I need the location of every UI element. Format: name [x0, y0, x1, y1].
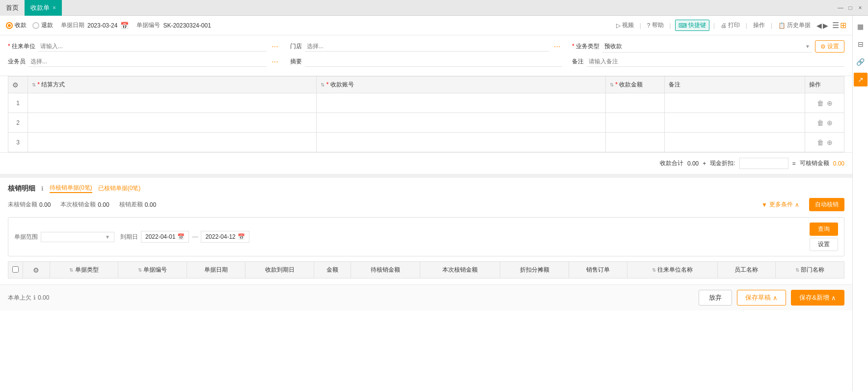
- table-header-row: ⚙ ⇅ * 结算方式 ⇅ * 收款账号 ⇅ * 收款: [8, 77, 844, 93]
- discount-input[interactable]: [739, 158, 788, 169]
- date-to-input[interactable]: 2022-04-12 📅: [201, 231, 249, 243]
- calendar-icon[interactable]: 📅: [120, 22, 129, 29]
- unchecked-label: 未核销金额: [8, 200, 37, 209]
- shortcut-button[interactable]: ⌨ 快捷键: [675, 20, 709, 31]
- print-button[interactable]: 🖨 打印: [719, 20, 742, 30]
- row3-account[interactable]: [317, 133, 605, 152]
- writeoff-header: 核销明细 ℹ 待核销单据(0笔) 已核销单据(0笔): [8, 184, 844, 193]
- row1-copy-icon[interactable]: ⊕: [827, 99, 833, 107]
- date-from-input[interactable]: 2022-04-01 📅: [141, 231, 189, 243]
- row2-delete-icon[interactable]: 🗑: [817, 119, 824, 127]
- shop-more-icon[interactable]: ···: [552, 42, 562, 51]
- date-label: 单据日期: [61, 21, 84, 29]
- staff-more-icon[interactable]: ···: [270, 57, 280, 66]
- settlement-sort-icon[interactable]: ⇅: [32, 82, 36, 87]
- history-button[interactable]: 📋 历史单据: [776, 20, 813, 30]
- radio-tuikuan[interactable]: 退款: [32, 21, 53, 29]
- video-button[interactable]: ▷ 视频: [614, 20, 636, 30]
- tab-done[interactable]: 已核销单据(0笔): [98, 184, 141, 193]
- row2-settlement[interactable]: [28, 113, 317, 133]
- save-draft-button[interactable]: 保存草稿 ∧: [737, 290, 786, 306]
- row1-settlement[interactable]: [28, 93, 317, 113]
- radio-shoukuan[interactable]: 收款: [6, 21, 27, 29]
- this-time-value: 0.00: [98, 201, 109, 208]
- tab-shoukuan[interactable]: 收款单 ×: [25, 0, 62, 16]
- calendar-from-icon[interactable]: 📅: [177, 233, 185, 240]
- col-due-header: 收款到期日: [245, 262, 314, 279]
- row3-amount[interactable]: [605, 133, 664, 152]
- table-row: 1 🗑 ⊕: [8, 93, 844, 113]
- sidebar-table-icon[interactable]: ▦: [854, 20, 868, 33]
- account-sort-icon[interactable]: ⇅: [321, 82, 325, 87]
- number-value: SK-20230324-001: [163, 22, 211, 29]
- row2-account[interactable]: [317, 113, 605, 133]
- table-gear-icon[interactable]: ⚙: [12, 81, 19, 89]
- tab-home[interactable]: 首页: [0, 0, 25, 16]
- amount-sort-icon[interactable]: ⇅: [610, 82, 614, 87]
- row1-amount[interactable]: [605, 93, 664, 113]
- col-amount-header: ⇅ * 收款金额: [605, 77, 664, 93]
- bottom-table-gear-icon[interactable]: ⚙: [33, 266, 39, 274]
- radio-shoukuan-label: 收款: [15, 21, 27, 29]
- row3-settlement[interactable]: [28, 133, 317, 152]
- partner-input[interactable]: [38, 41, 267, 52]
- sidebar-link-icon[interactable]: 🔗: [854, 55, 868, 69]
- row2-amount[interactable]: [605, 113, 664, 133]
- abandon-button[interactable]: 放弃: [699, 290, 732, 306]
- summary-input[interactable]: [305, 56, 563, 67]
- home-tab-label: 首页: [6, 4, 19, 11]
- col-pending-header: 待核销金额: [351, 262, 420, 279]
- minimize-button[interactable]: —: [837, 4, 844, 12]
- more-conditions-button[interactable]: ▼ 更多条件 ∧: [761, 200, 799, 209]
- row-num-1: 1: [8, 93, 28, 113]
- col-account-header: ⇅ * 收款账号: [317, 77, 605, 93]
- tab-close-icon[interactable]: ×: [53, 0, 56, 16]
- row2-note[interactable]: [664, 113, 805, 133]
- shop-label: 门店: [290, 42, 302, 51]
- partner-more-icon[interactable]: ···: [270, 42, 280, 51]
- row2-copy-icon[interactable]: ⊕: [827, 119, 833, 127]
- nav-prev-icon[interactable]: ◀: [816, 22, 822, 29]
- calendar-to-icon[interactable]: 📅: [238, 233, 245, 240]
- grid-view-icon[interactable]: ⊞: [840, 21, 846, 30]
- close-button[interactable]: ×: [856, 4, 864, 12]
- total-label: 收款合计: [660, 159, 683, 168]
- form-row-2: 业务员 ··· 摘要 备注: [8, 56, 844, 67]
- auto-writeoff-button[interactable]: 自动核销: [809, 198, 844, 211]
- nav-next-icon[interactable]: ▶: [823, 22, 828, 29]
- footer: 本单上欠 ℹ 0.00 放弃 保存草稿 ∧ 保存&新增 ∧: [0, 284, 852, 310]
- plus-sign: +: [703, 160, 706, 167]
- row1-note[interactable]: [664, 93, 805, 113]
- shop-input[interactable]: [305, 41, 549, 52]
- row3-copy-icon[interactable]: ⊕: [827, 139, 833, 146]
- history-label: 历史单据: [787, 21, 811, 29]
- settings-button[interactable]: ⚙ 设置: [815, 40, 844, 53]
- list-view-icon[interactable]: ☰: [832, 21, 839, 30]
- shortcut-icon: ⌨: [678, 22, 687, 29]
- row1-account[interactable]: [317, 93, 605, 113]
- this-time-stat: 本次核销金额 0.00: [60, 200, 109, 209]
- sidebar-expand-icon[interactable]: ↗: [854, 73, 868, 86]
- filter-settings-button[interactable]: 设置: [810, 238, 838, 251]
- save-new-label: 保存&新增: [799, 293, 829, 302]
- range-select[interactable]: ▼: [41, 232, 114, 242]
- sidebar-list-icon[interactable]: ⊟: [854, 37, 868, 51]
- select-all-checkbox[interactable]: [12, 266, 19, 273]
- maximize-button[interactable]: □: [846, 4, 854, 12]
- col-note-header: 备注: [664, 77, 805, 93]
- staff-input[interactable]: [28, 56, 267, 67]
- tab-pending[interactable]: 待核销单据(0笔): [50, 184, 92, 193]
- save-new-button[interactable]: 保存&新增 ∧: [791, 290, 844, 306]
- note-input[interactable]: [587, 56, 844, 67]
- row3-note[interactable]: [664, 133, 805, 152]
- row3-delete-icon[interactable]: 🗑: [817, 139, 824, 146]
- info-circle-icon[interactable]: ℹ: [33, 294, 36, 301]
- query-button[interactable]: 查询: [810, 223, 838, 236]
- operation-button[interactable]: 操作: [751, 20, 767, 30]
- row1-delete-icon[interactable]: 🗑: [817, 99, 824, 107]
- help-button[interactable]: ? 帮助: [645, 20, 666, 30]
- range-chevron-icon: ▼: [105, 234, 110, 240]
- biz-type-select[interactable]: 预收款 ▼: [602, 41, 812, 53]
- range-filter: 单据范围 ▼: [14, 232, 114, 242]
- writeoff-info-icon[interactable]: ℹ: [41, 185, 44, 192]
